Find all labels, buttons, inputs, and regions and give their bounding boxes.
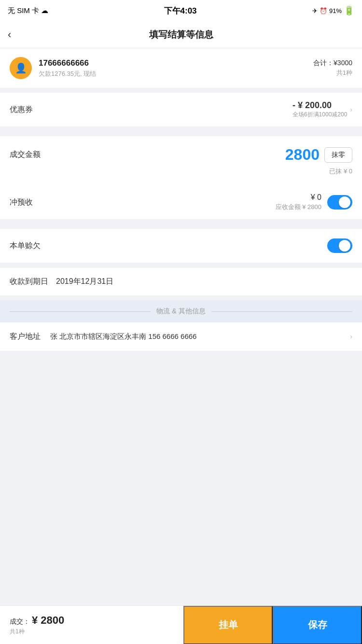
address-label: 客户地址 xyxy=(10,332,41,342)
nav-bar: ‹ 填写结算等信息 xyxy=(0,21,362,48)
bottom-spacer xyxy=(0,351,362,399)
transaction-sub-text: 已抹 ¥ 0 xyxy=(329,168,352,175)
save-button[interactable]: 保存 xyxy=(273,606,362,644)
status-right: ✈ ⏰ 91% 🔋 xyxy=(312,5,354,16)
prepayment-amount: ¥ 0 xyxy=(276,193,321,202)
prepayment-toggle[interactable] xyxy=(327,195,352,210)
coupon-info: - ¥ 200.00 全场6折满1000减200 xyxy=(292,100,347,119)
prepayment-label: 冲预收 xyxy=(10,197,33,208)
customer-sub-info: 欠款1276.35元, 现结 xyxy=(39,70,96,78)
round-zero-button[interactable]: 抹零 xyxy=(324,147,352,163)
status-left: 无 SIM 卡 ☁ xyxy=(8,6,48,15)
back-button[interactable]: ‹ xyxy=(8,28,11,41)
separator-2 xyxy=(0,219,362,224)
logistics-text: 物流 & 其他信息 xyxy=(156,307,205,316)
footer-info: 成交： ¥ 2800 共1种 xyxy=(0,614,183,636)
coupon-row[interactable]: 优惠券 - ¥ 200.00 全场6折满1000减200 › xyxy=(0,93,362,126)
total-count: 共1种 xyxy=(313,69,352,77)
duedate-section: 收款到期日 2019年12月31日 xyxy=(0,267,362,295)
logistics-line-right xyxy=(211,311,352,312)
prepayment-right: ¥ 0 应收金额 ¥ 2800 xyxy=(276,193,352,211)
coupon-label: 优惠券 xyxy=(10,105,33,115)
footer-tx-label: 成交： xyxy=(10,617,30,626)
transaction-amount: 2800 xyxy=(285,146,320,164)
address-value: 张 北京市市辖区海淀区永丰南 156 6666 6666 xyxy=(50,331,350,342)
footer-tx-line: 成交： ¥ 2800 xyxy=(10,614,174,627)
duedate-value: 2019年12月31日 xyxy=(56,277,113,287)
address-section[interactable]: 客户地址 张 北京市市辖区海淀区永丰南 156 6666 6666 › xyxy=(0,322,362,351)
prepayment-receivable: 应收金额 ¥ 2800 xyxy=(276,203,321,211)
hang-order-button[interactable]: 挂单 xyxy=(183,606,273,644)
debt-label: 本单赊欠 xyxy=(10,241,41,251)
alarm-icon: ⏰ xyxy=(320,7,327,14)
content: 👤 17666666666 欠款1276.35元, 现结 合计：¥3000 共1… xyxy=(0,48,362,399)
footer-tx-count: 共1种 xyxy=(10,628,174,636)
footer-bar: 成交： ¥ 2800 共1种 挂单 保存 xyxy=(0,605,362,644)
debt-toggle[interactable] xyxy=(327,238,352,253)
customer-phone: 17666666666 xyxy=(39,58,96,68)
coupon-detail: 全场6折满1000减200 xyxy=(292,111,347,119)
address-chevron-icon: › xyxy=(350,333,352,340)
no-sim-text: 无 SIM 卡 ☁ xyxy=(8,6,48,15)
transaction-sub: 已抹 ¥ 0 xyxy=(10,167,352,176)
duedate-label: 收款到期日 xyxy=(10,277,48,287)
coupon-discount: - ¥ 200.00 xyxy=(292,100,347,111)
customer-right: 合计：¥3000 共1种 xyxy=(313,59,352,77)
coupon-chevron-icon: › xyxy=(350,106,352,113)
battery-icon: 🔋 xyxy=(344,5,354,16)
battery-text: 91% xyxy=(329,7,342,14)
transaction-section: 成交金额 2800 抹零 已抹 ¥ 0 xyxy=(0,136,362,185)
nav-title: 填写结算等信息 xyxy=(149,28,213,41)
status-bar: 无 SIM 卡 ☁ 下午4:03 ✈ ⏰ 91% 🔋 xyxy=(0,0,362,21)
transaction-row: 成交金额 2800 抹零 xyxy=(10,146,352,164)
logistics-line-left xyxy=(10,311,151,312)
separator-1 xyxy=(0,131,362,136)
customer-row: 👤 17666666666 欠款1276.35元, 现结 合计：¥3000 共1… xyxy=(0,48,362,88)
location-icon: ✈ xyxy=(312,7,318,14)
footer-tx-amount: ¥ 2800 xyxy=(32,614,64,627)
transaction-amount-right: 2800 抹零 xyxy=(285,146,352,164)
avatar-icon: 👤 xyxy=(15,62,27,74)
avatar: 👤 xyxy=(10,57,32,79)
logistics-separator: 物流 & 其他信息 xyxy=(0,300,362,322)
total-label: 合计：¥3000 xyxy=(313,59,352,68)
status-time: 下午4:03 xyxy=(164,5,197,16)
customer-left: 👤 17666666666 欠款1276.35元, 现结 xyxy=(10,57,96,79)
prepayment-section: 冲预收 ¥ 0 应收金额 ¥ 2800 xyxy=(0,185,362,219)
prepayment-amounts: ¥ 0 应收金额 ¥ 2800 xyxy=(276,193,321,211)
coupon-right: - ¥ 200.00 全场6折满1000减200 › xyxy=(292,100,352,119)
customer-info: 17666666666 欠款1276.35元, 现结 xyxy=(39,58,96,78)
debt-section: 本单赊欠 xyxy=(0,229,362,263)
transaction-label: 成交金额 xyxy=(10,150,41,160)
